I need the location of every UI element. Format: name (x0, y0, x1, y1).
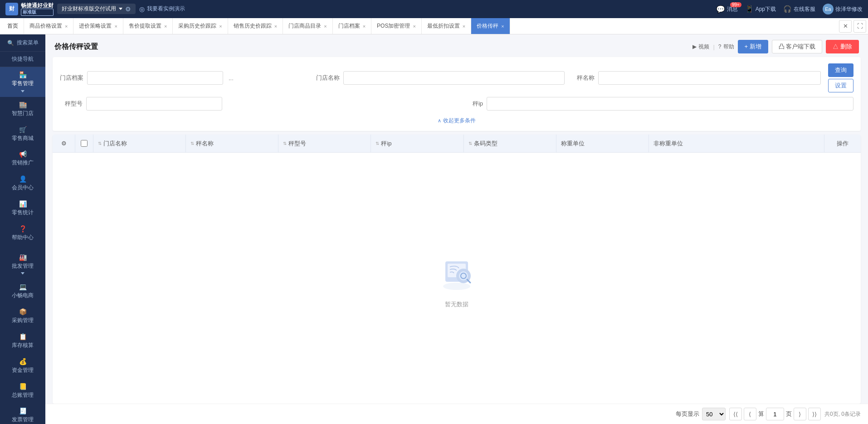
tab-pos-manage[interactable]: POS加密管理 × (371, 18, 422, 34)
edition-settings-icon[interactable]: ⚙ (125, 5, 131, 13)
first-page-btn[interactable]: ⟨⟨ (729, 408, 742, 420)
select-all-checkbox[interactable] (81, 140, 88, 147)
edition-label: 好业财标准版交付试用 (62, 5, 116, 13)
tab-home[interactable]: 首页 (2, 18, 24, 34)
sidebar-item-small-ecom[interactable]: 💻 小畅电商 (0, 279, 45, 304)
tab-maximize-btn[interactable]: ⛶ (853, 20, 866, 33)
tab-close-min-discount[interactable]: × (463, 24, 465, 29)
scale-ip-input[interactable] (487, 97, 853, 111)
page-unit: 页 (786, 410, 792, 418)
tab-purchase-history[interactable]: 采购历史价跟踪 × (173, 18, 228, 34)
total-info: 共0页, 0条记录 (824, 410, 861, 418)
empty-illustration (434, 248, 479, 293)
sidebar-item-label: 智慧门店 (12, 110, 34, 117)
tab-sale-price[interactable]: 售价提取设置 × (123, 18, 173, 34)
sidebar-item-member-center[interactable]: 👤 会员中心 (0, 171, 45, 196)
th-store-name[interactable]: ⇅ 门店名称 (93, 135, 186, 152)
th-scale-model[interactable]: ⇅ 秤型号 (278, 135, 371, 152)
demo-link[interactable]: ◎ 我要看实例演示 (139, 5, 185, 13)
sidebar-item-label: 零售商城 (12, 135, 34, 142)
video-link[interactable]: ▶ 视频 (692, 43, 709, 51)
th-weight-unit[interactable]: 称重单位 (556, 135, 649, 152)
inventory-icon: 📋 (19, 333, 27, 340)
sidebar-item-ledger-manage[interactable]: 📒 总账管理 (0, 379, 45, 404)
tab-close-store-file[interactable]: × (363, 24, 366, 29)
store-file-ellipsis[interactable]: ... (229, 75, 234, 82)
sidebar-item-invoice-manage[interactable]: 🧾 发票管理 (0, 403, 45, 424)
page-actions: ▶ 视频 | ? 帮助 + 新增 凸 客户端下载 △ 删除 (692, 40, 859, 53)
th-scale-name[interactable]: ⇅ 秤名称 (186, 135, 278, 152)
scale-model-input[interactable] (86, 97, 222, 111)
add-button[interactable]: + 新增 (738, 40, 768, 53)
sidebar-search[interactable]: 🔍 搜索菜单 (0, 34, 45, 52)
per-page-select[interactable]: 50 10 20 100 (702, 408, 726, 420)
download-button[interactable]: 凸 客户端下载 (772, 40, 823, 53)
page-input[interactable] (766, 408, 784, 420)
tab-store-catalog[interactable]: 门店商品目录 × (283, 18, 332, 34)
edition-selector[interactable]: 好业财标准版交付试用 ⚙ (57, 4, 136, 14)
sidebar-item-retail-shop[interactable]: 🛒 零售商城 (0, 122, 45, 147)
tab-close-price-setting[interactable]: × (65, 24, 68, 29)
user-menu[interactable]: Ea 徐泽华修改 (823, 4, 863, 14)
quick-nav-label: 快捷导航 (12, 55, 34, 63)
page-nav: ⟨⟨ ⟨ 算 页 ⟩ ⟩⟩ (729, 408, 821, 420)
sidebar-item-label: 会员中心 (12, 184, 34, 192)
sidebar-item-label: 帮助中心 (12, 234, 34, 241)
sort-icon5: ⇅ (468, 141, 472, 146)
tab-purchase-strategy[interactable]: 进价策略设置 × (73, 18, 123, 34)
content-area: 价格传秤设置 ▶ 视频 | ? 帮助 + 新增 凸 客户端下载 △ 删除 (45, 34, 868, 424)
sidebar-item-retail-stats[interactable]: 📊 零售统计 (0, 196, 45, 221)
filter-store-name: 门店名称 (316, 71, 565, 85)
sidebar-item-label: 小畅电商 (12, 292, 34, 299)
delete-button[interactable]: △ 删除 (826, 40, 859, 53)
tab-close-btn[interactable]: ✕ (839, 20, 852, 33)
tab-price-setting[interactable]: 商品价格设置 × (24, 18, 73, 34)
search-icon: 🔍 (7, 40, 14, 46)
tab-close-purchase-strategy[interactable]: × (114, 24, 117, 29)
tab-close-sale-price[interactable]: × (164, 24, 167, 29)
sidebar-item-help-center[interactable]: ❓ 帮助中心 (0, 221, 45, 246)
sidebar-item-label: 营销推广 (12, 159, 34, 167)
sidebar-item-marketing[interactable]: 📢 营销推广 (0, 146, 45, 171)
tab-close-purchase-history[interactable]: × (219, 24, 222, 29)
main-layout: 🔍 搜索菜单 快捷导航 🏪 零售管理 🏬 智慧门店 🛒 零售商城 📢 营销推广 … (0, 34, 868, 424)
th-scale-ip[interactable]: ⇅ 秤ip (371, 135, 463, 152)
sidebar-item-smart-store[interactable]: 🏬 智慧门店 (0, 97, 45, 122)
tab-close-price-scale[interactable]: × (501, 24, 504, 29)
tab-close-sale-history[interactable]: × (274, 24, 277, 29)
collapse-bar[interactable]: ∧ 收起更多条件 (60, 115, 853, 125)
store-name-input[interactable] (343, 71, 565, 85)
tab-price-scale[interactable]: 价格传秤 × (471, 18, 510, 34)
scale-name-input[interactable] (598, 71, 821, 85)
per-page-label: 每页显示 (676, 410, 699, 418)
th-gear[interactable]: ⚙ (53, 135, 75, 152)
next-page-btn[interactable]: ⟩ (794, 408, 806, 420)
tab-sale-history[interactable]: 销售历史价跟踪 × (228, 18, 283, 34)
help-link[interactable]: ? 帮助 (718, 43, 734, 51)
th-non-weight-unit[interactable]: 非称重单位 (649, 135, 824, 152)
sidebar-item-funds-manage[interactable]: 💰 资金管理 (0, 354, 45, 379)
sidebar-quick-nav[interactable]: 快捷导航 (0, 52, 45, 67)
tab-close-store-catalog[interactable]: × (324, 24, 327, 29)
tab-close-pos-manage[interactable]: × (413, 24, 415, 29)
sidebar-item-purchase-manage[interactable]: 📦 采购管理 (0, 304, 45, 329)
th-barcode-type[interactable]: ⇅ 条码类型 (464, 135, 556, 152)
tab-bar-actions: ✕ ⛶ (839, 20, 866, 33)
th-checkbox (75, 135, 93, 152)
sidebar-item-wholesale-manage[interactable]: 🏭 批发管理 (0, 250, 45, 279)
app-download-button[interactable]: 📱 App下载 (745, 5, 776, 13)
sidebar-item-retail-manage[interactable]: 🏪 零售管理 (0, 67, 45, 97)
tab-min-discount[interactable]: 最低折扣设置 × (422, 18, 471, 34)
tab-store-file[interactable]: 门店档案 × (333, 18, 371, 34)
sidebar-item-label: 零售统计 (12, 209, 34, 217)
sidebar-item-inventory[interactable]: 📋 库存核算 (0, 329, 45, 354)
message-button[interactable]: 💬 消息 99+ (716, 5, 738, 14)
last-page-btn[interactable]: ⟩⟩ (808, 408, 821, 420)
filter-scale-ip: 秤ip (460, 97, 853, 111)
query-button[interactable]: 查询 (828, 63, 853, 77)
prev-page-btn[interactable]: ⟨ (744, 408, 756, 420)
set-button[interactable]: 设置 (828, 79, 853, 92)
store-file-input[interactable] (87, 71, 223, 85)
member-icon: 👤 (19, 176, 27, 182)
online-service-button[interactable]: 🎧 在线客服 (783, 5, 815, 13)
